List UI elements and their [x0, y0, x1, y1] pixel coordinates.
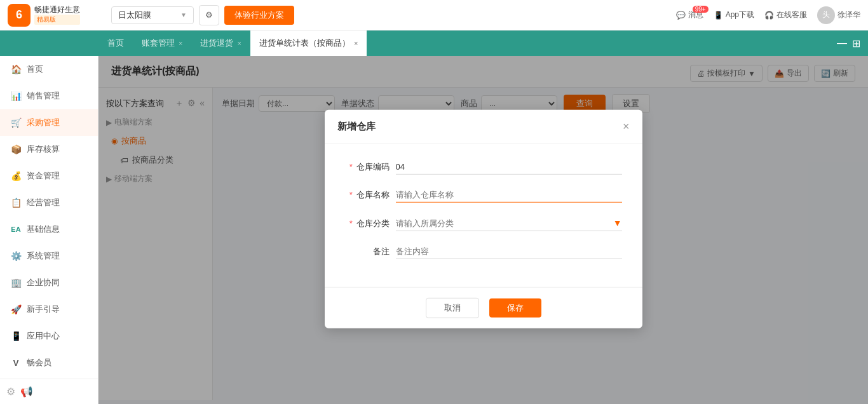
- dialog-close-button[interactable]: ×: [623, 120, 630, 133]
- messages-button[interactable]: 💬 消息 99+: [676, 10, 703, 20]
- dialog-header: 新增仓库 ×: [325, 110, 642, 144]
- required-star-code: *: [349, 162, 353, 172]
- brand-badge: 精易版: [34, 15, 80, 25]
- tab-purchase-stats[interactable]: 进货单统计表（按商品） ×: [250, 30, 367, 56]
- sidebar-item-home[interactable]: 🏠 首页: [0, 56, 98, 83]
- trial-button[interactable]: 体验行业方案: [224, 6, 294, 25]
- form-row-remark: 备注: [345, 244, 622, 259]
- tab-close-purchase-return[interactable]: ×: [237, 39, 241, 47]
- form-row-category: * 仓库分类 ▼: [345, 215, 622, 231]
- logo-area: 6 畅捷通好生意 精易版: [8, 4, 106, 27]
- operations-icon: 📋: [10, 197, 22, 208]
- app-download-button[interactable]: 📱 App下载: [714, 10, 754, 20]
- tab-close-purchase-stats[interactable]: ×: [354, 39, 358, 47]
- category-input[interactable]: [396, 218, 613, 227]
- system-icon: ⚙️: [10, 250, 22, 262]
- sidebar-item-inventory[interactable]: 📦 库存核算: [0, 136, 98, 163]
- tab-expand-icon[interactable]: ⊞: [852, 37, 860, 50]
- sidebar-item-enterprise[interactable]: 🏢 企业协同: [0, 269, 98, 296]
- purchase-icon: 🛒: [10, 117, 22, 128]
- sidebar-item-finance[interactable]: 💰 资金管理: [0, 163, 98, 189]
- store-selector[interactable]: 日太阳膜 ▼: [111, 6, 194, 24]
- required-star-name: *: [349, 190, 353, 199]
- dialog-footer: 取消 保存: [325, 287, 642, 328]
- member-icon: V: [10, 357, 22, 368]
- add-warehouse-dialog: 新增仓库 × * 仓库编码 * 仓库名称: [325, 110, 642, 328]
- online-service-button[interactable]: 🎧 在线客服: [764, 10, 807, 20]
- tab-bar: 首页 账套管理 × 进货退货 × 进货单统计表（按商品） × — ⊞: [0, 30, 868, 56]
- main-layout: 🏠 首页 📊 销售管理 🛒 采购管理 📦 库存核算 💰 资金管理 📋 经营管理 …: [0, 56, 868, 404]
- category-select-wrapper: ▼: [396, 215, 622, 231]
- logo-icon: 6: [8, 4, 31, 27]
- message-badge: 99+: [693, 6, 709, 13]
- sidebar-speaker-icon[interactable]: 📢: [20, 386, 33, 398]
- sidebar-item-guide[interactable]: 🚀 新手引导: [0, 296, 98, 323]
- tab-accounts[interactable]: 账套管理 ×: [133, 30, 191, 56]
- sidebar-item-system[interactable]: ⚙️ 系统管理: [0, 243, 98, 269]
- top-header: 6 畅捷通好生意 精易版 日太阳膜 ▼ ⚙ 体验行业方案 💬 消息 99+ 📱 …: [0, 0, 868, 30]
- sidebar-item-sales[interactable]: 📊 销售管理: [0, 83, 98, 109]
- home-icon: 🏠: [10, 64, 22, 75]
- app-center-icon: 📱: [10, 330, 22, 342]
- tab-purchase-return[interactable]: 进货退货 ×: [191, 30, 250, 56]
- form-row-code: * 仓库编码: [345, 159, 622, 175]
- code-input[interactable]: [396, 159, 622, 175]
- enterprise-icon: 🏢: [10, 277, 22, 288]
- sales-icon: 📊: [10, 90, 22, 102]
- avatar: 头: [817, 6, 835, 24]
- settings-button[interactable]: ⚙: [199, 5, 219, 25]
- required-star-category: *: [349, 218, 353, 227]
- guide-icon: 🚀: [10, 304, 22, 315]
- category-dropdown-icon[interactable]: ▼: [613, 218, 622, 228]
- sidebar-settings-icon[interactable]: ⚙: [6, 386, 15, 398]
- brand-name: 畅捷通好生意: [34, 5, 80, 15]
- user-button[interactable]: 头 徐泽华: [817, 6, 860, 24]
- code-label: * 仓库编码: [345, 161, 396, 173]
- form-row-name: * 仓库名称: [345, 187, 622, 203]
- tab-minimize-icon[interactable]: —: [837, 37, 847, 49]
- cancel-button[interactable]: 取消: [426, 298, 479, 318]
- remark-input[interactable]: [396, 244, 622, 259]
- sidebar-item-app-center[interactable]: 📱 应用中心: [0, 323, 98, 349]
- basic-info-icon: EA: [10, 224, 22, 235]
- inventory-icon: 📦: [10, 144, 22, 155]
- sidebar-bottom: ⚙ 📢: [0, 379, 98, 404]
- sidebar-item-operations[interactable]: 📋 经营管理: [0, 189, 98, 216]
- name-label: * 仓库名称: [345, 189, 396, 201]
- app-icon: 📱: [714, 11, 723, 20]
- store-arrow-icon: ▼: [180, 11, 187, 18]
- sidebar: 🏠 首页 📊 销售管理 🛒 采购管理 📦 库存核算 💰 资金管理 📋 经营管理 …: [0, 56, 98, 404]
- headset-icon: 🎧: [764, 11, 774, 20]
- tab-close-accounts[interactable]: ×: [179, 39, 182, 47]
- store-name: 日太阳膜: [118, 10, 151, 21]
- message-icon: 💬: [676, 11, 686, 20]
- tab-right-buttons: — ⊞: [837, 37, 868, 50]
- dialog-body: * 仓库编码 * 仓库名称 * 仓库: [325, 144, 642, 287]
- remark-label: 备注: [345, 246, 396, 257]
- save-button[interactable]: 保存: [489, 299, 541, 318]
- name-input[interactable]: [396, 187, 622, 203]
- dialog-title: 新增仓库: [337, 121, 376, 133]
- finance-icon: 💰: [10, 170, 22, 182]
- content-area: 进货单统计(按商品) 🖨 按模板打印 ▼ 📤 导出 🔄 刷新: [98, 56, 868, 404]
- sidebar-item-member[interactable]: V 畅会员: [0, 349, 98, 376]
- tab-home[interactable]: 首页: [98, 30, 133, 56]
- sidebar-item-basic-info[interactable]: EA 基础信息: [0, 216, 98, 243]
- header-right: 💬 消息 99+ 📱 App下载 🎧 在线客服 头 徐泽华: [676, 6, 860, 24]
- category-label: * 仓库分类: [345, 217, 396, 229]
- sidebar-item-purchase[interactable]: 🛒 采购管理: [0, 109, 98, 136]
